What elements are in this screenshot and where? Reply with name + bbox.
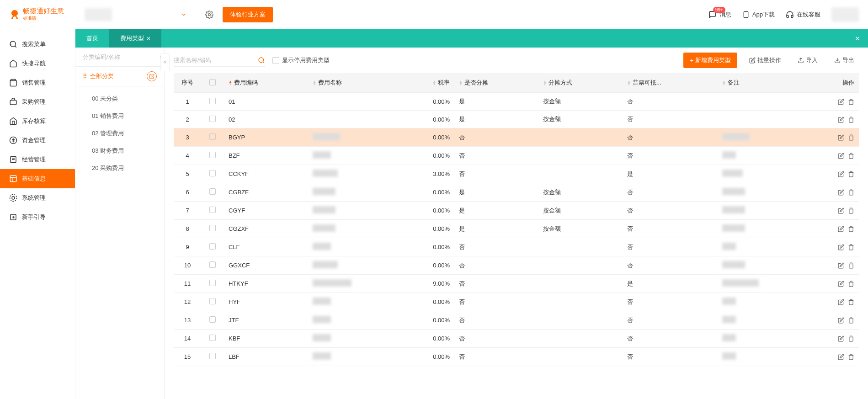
table-row[interactable]: 11HTKYF9.00%否是 xyxy=(174,275,859,293)
delete-icon[interactable] xyxy=(848,152,854,159)
cell-checkbox[interactable] xyxy=(201,238,224,256)
edit-icon[interactable] xyxy=(838,225,844,232)
tab-expense-type[interactable]: 费用类型 × xyxy=(109,29,161,48)
app-download-link[interactable]: App下载 xyxy=(742,11,775,19)
table-row[interactable]: 4BZF0.00%否否 xyxy=(174,147,859,165)
edit-icon[interactable] xyxy=(838,189,844,196)
delete-icon[interactable] xyxy=(848,353,854,360)
sidebar-item-stock[interactable]: 库存核算 xyxy=(0,112,75,131)
delete-icon[interactable] xyxy=(848,134,854,141)
table-row[interactable]: 7CGYF0.00%是按金额否 xyxy=(174,202,859,220)
cell-checkbox[interactable] xyxy=(201,111,224,128)
support-link[interactable]: 在线客服 xyxy=(786,11,820,19)
delete-icon[interactable] xyxy=(848,116,854,122)
table-scroll[interactable]: 序号 ▲▼费用编码 ▲▼费用名称 ▲▼税率 ▲▼是否分摊 ▲▼分摊方式 ▲▼普票… xyxy=(174,73,868,399)
col-checkbox[interactable] xyxy=(201,73,224,93)
delete-icon[interactable] xyxy=(848,262,854,269)
delete-icon[interactable] xyxy=(848,225,854,232)
table-row[interactable]: 3BGYP0.00%否否 xyxy=(174,128,859,147)
show-disabled-toggle[interactable]: 显示停用费用类型 xyxy=(272,56,330,64)
checkbox-icon[interactable] xyxy=(209,79,216,85)
sidebar-item-purchase[interactable]: 采购管理 xyxy=(0,92,75,112)
delete-icon[interactable] xyxy=(848,207,854,214)
sidebar-item-biz[interactable]: 经营管理 xyxy=(0,150,75,169)
table-row[interactable]: 6CGBZF0.00%是按金额否 xyxy=(174,183,859,202)
add-button[interactable]: + 新增费用类型 xyxy=(683,53,737,68)
col-code[interactable]: ▲▼费用编码 xyxy=(224,73,308,93)
edit-icon[interactable] xyxy=(838,262,844,269)
export-button[interactable]: 导出 xyxy=(830,53,859,68)
category-item[interactable]: 01 销售费用 xyxy=(75,107,164,125)
org-selector[interactable] xyxy=(85,8,112,21)
delete-icon[interactable] xyxy=(848,98,854,105)
category-search-input[interactable] xyxy=(83,53,160,60)
delete-icon[interactable] xyxy=(848,298,854,305)
category-item[interactable]: 02 管理费用 xyxy=(75,125,164,142)
delete-icon[interactable] xyxy=(848,244,854,250)
cell-checkbox[interactable] xyxy=(201,165,224,183)
table-row[interactable]: 1010.00%是按金额否 xyxy=(174,93,859,111)
cell-checkbox[interactable] xyxy=(201,93,224,111)
cell-checkbox[interactable] xyxy=(201,183,224,202)
cell-checkbox[interactable] xyxy=(201,311,224,330)
chevron-down-icon[interactable] xyxy=(181,11,187,18)
delete-icon[interactable] xyxy=(848,280,854,287)
sidebar-item-home[interactable]: 快捷导航 xyxy=(0,54,75,73)
sidebar-item-money[interactable]: 资金管理 xyxy=(0,131,75,150)
col-allocate[interactable]: ▲▼是否分摊 xyxy=(454,73,538,93)
batch-button[interactable]: 批量操作 xyxy=(745,53,786,68)
search-icon[interactable] xyxy=(258,56,265,64)
cell-checkbox[interactable] xyxy=(201,128,224,147)
avatar[interactable] xyxy=(831,7,859,22)
delete-icon[interactable] xyxy=(848,189,854,196)
edit-icon[interactable] xyxy=(838,280,844,287)
sidebar-item-sys[interactable]: 系统管理 xyxy=(0,188,75,207)
collapse-handle[interactable] xyxy=(160,53,170,71)
edit-icon[interactable] xyxy=(838,152,844,159)
table-search-input[interactable] xyxy=(174,54,258,66)
edit-icon[interactable] xyxy=(838,244,844,250)
table-row[interactable]: 8CGZXF0.00%是按金额否 xyxy=(174,220,859,238)
edit-icon[interactable] xyxy=(838,116,844,122)
col-rate[interactable]: ▲▼税率 xyxy=(413,73,454,93)
table-row[interactable]: 13JTF0.00%否否 xyxy=(174,311,859,330)
edit-icon[interactable] xyxy=(838,207,844,214)
table-row[interactable]: 12HYF0.00%否否 xyxy=(174,293,859,311)
table-row[interactable]: 10GGXCF0.00%否否 xyxy=(174,256,859,275)
col-name[interactable]: ▲▼费用名称 xyxy=(308,73,413,93)
cell-checkbox[interactable] xyxy=(201,348,224,366)
sidebar-item-sales[interactable]: 销售管理 xyxy=(0,73,75,92)
edit-icon[interactable] xyxy=(147,71,157,81)
col-remark[interactable]: ▲▼备注 xyxy=(718,73,818,93)
gear-icon[interactable] xyxy=(205,11,213,19)
edit-icon[interactable] xyxy=(838,98,844,105)
import-button[interactable]: 导入 xyxy=(793,53,822,68)
delete-icon[interactable] xyxy=(848,170,854,177)
cell-checkbox[interactable] xyxy=(201,256,224,275)
edit-icon[interactable] xyxy=(838,353,844,360)
col-method[interactable]: ▲▼分摊方式 xyxy=(538,73,623,93)
tab-home[interactable]: 首页 xyxy=(75,29,109,48)
cell-checkbox[interactable] xyxy=(201,202,224,220)
table-row[interactable]: 14KBF0.00%否否 xyxy=(174,330,859,348)
table-row[interactable]: 2020.00%是按金额否 xyxy=(174,111,859,128)
messages-link[interactable]: 99+ 消息 xyxy=(708,11,731,19)
col-invoice[interactable]: ▲▼普票可抵... xyxy=(623,73,718,93)
edit-icon[interactable] xyxy=(838,335,844,342)
category-item[interactable]: 20 采购费用 xyxy=(75,160,164,177)
edit-icon[interactable] xyxy=(838,317,844,324)
close-icon[interactable]: × xyxy=(147,35,150,42)
col-seq[interactable]: 序号 xyxy=(174,73,201,93)
table-row[interactable]: 5CCKYF3.00%否是 xyxy=(174,165,859,183)
cell-checkbox[interactable] xyxy=(201,147,224,165)
cell-checkbox[interactable] xyxy=(201,330,224,348)
delete-icon[interactable] xyxy=(848,317,854,324)
edit-icon[interactable] xyxy=(838,298,844,305)
edit-icon[interactable] xyxy=(838,134,844,141)
cell-checkbox[interactable] xyxy=(201,275,224,293)
category-item[interactable]: 00 未分类 xyxy=(75,90,164,107)
delete-icon[interactable] xyxy=(848,335,854,342)
edit-icon[interactable] xyxy=(838,170,844,177)
close-all-tabs[interactable] xyxy=(847,29,868,48)
table-row[interactable]: 15LBF0.00%否否 xyxy=(174,348,859,366)
